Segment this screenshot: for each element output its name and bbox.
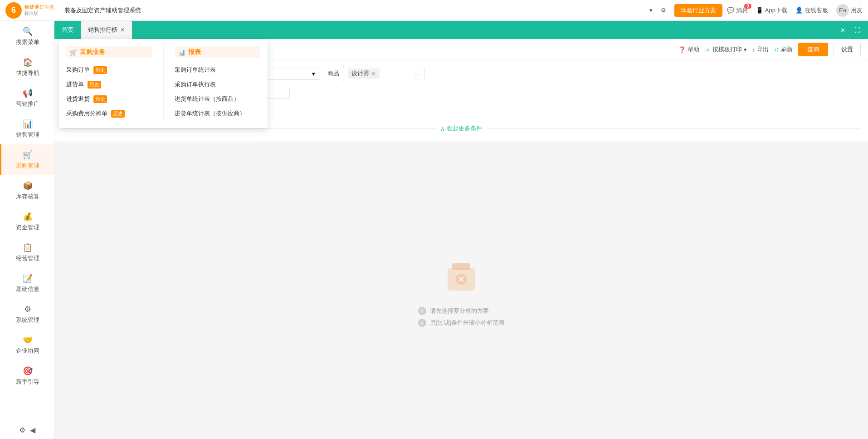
sidebar-label-sales: 销售管理 — [16, 131, 39, 139]
sidebar-collapse-btn[interactable]: ◀ — [30, 426, 35, 434]
app-download-btn[interactable]: 📱 App下载 — [756, 6, 787, 15]
stock-return-badge: 历史 — [93, 95, 107, 103]
sidebar-item-basic[interactable]: 📝 基础信息 — [0, 268, 54, 299]
menu-item-label-purchase-order-stat: 采购订单统计表 — [175, 66, 216, 74]
industry-btn[interactable]: 体验行业方案 — [674, 4, 722, 17]
finance-icon: 💰 — [23, 212, 33, 222]
guide-icon: 🎯 — [23, 366, 33, 376]
logo-icon: 6 — [5, 2, 22, 19]
menu-item-purchase-order[interactable]: 采购订单 历史 — [66, 63, 152, 77]
purchase-order-badge: 历史 — [93, 66, 107, 74]
report-menu-column: 📊 报表 采购订单统计表 采购订单执行表 进货单统计表（按商品） 进货单统计表（… — [175, 46, 261, 121]
goods-label: 商品 — [327, 69, 339, 78]
voucher-status-dropdown-icon: ▾ — [312, 70, 315, 77]
purchase-icon: 🛒 — [23, 150, 33, 160]
goods-tag-close-icon[interactable]: ✕ — [371, 70, 376, 77]
refresh-btn[interactable]: ↺ 刷新 — [774, 45, 793, 54]
avatar: Ea — [836, 4, 849, 17]
tip2-text: 用[过滤]条件来缩小分析范围 — [430, 319, 504, 327]
tab-close-icon[interactable]: ✕ — [120, 27, 125, 33]
refresh-label: 刷新 — [781, 45, 793, 54]
menu-item-label-purchase-order: 采购订单 — [66, 66, 90, 74]
purchase-menu-column: 🛒 采购业务 采购订单 历史 进货单 历史 进货退货 历史 采购费用分摊单 历史 — [66, 46, 152, 121]
help-icon: ❓ — [678, 46, 686, 53]
export-icon: ↑ — [752, 46, 756, 53]
export-btn[interactable]: ↑ 导出 — [752, 45, 769, 54]
sidebar: 🔍 搜索菜单 🏠 快捷导航 📢 营销推广 📊 销售管理 🛒 采购管理 📦 库存核… — [0, 21, 54, 439]
sidebar-item-finance[interactable]: 💰 资金管理 — [0, 206, 54, 237]
report-col-icon: 📊 — [178, 49, 185, 56]
empty-tips: ① 请先选择要分析的方案 ② 用[过滤]条件来缩小分析范围 — [418, 307, 504, 327]
menu-item-stock-in[interactable]: 进货单 历史 — [66, 77, 152, 92]
topbar-settings-icon[interactable]: ⚙ — [657, 4, 670, 17]
sidebar-label-purchase: 采购管理 — [16, 162, 39, 170]
menu-item-purchase-order-stat[interactable]: 采购订单统计表 — [175, 63, 261, 77]
menu-item-purchase-order-exec[interactable]: 采购订单执行表 — [175, 77, 261, 92]
report-col-header: 📊 报表 — [175, 46, 261, 58]
sidebar-item-purchase[interactable]: 🛒 采购管理 — [0, 144, 54, 175]
tab-home[interactable]: 首页 — [54, 21, 81, 39]
purchase-col-icon: 🛒 — [70, 49, 77, 56]
sidebar-item-guide[interactable]: 🎯 新手引导 — [0, 360, 54, 391]
logo-sub: 标准版 — [24, 10, 54, 17]
menu-item-stock-return[interactable]: 进货退货 历史 — [66, 92, 152, 106]
menu-item-label-stock-stat-goods: 进货单统计表（按商品） — [175, 95, 239, 103]
message-btn[interactable]: 💬 消息 9 — [727, 6, 748, 15]
sidebar-item-system[interactable]: ⚙ 系统管理 — [0, 299, 54, 330]
menu-item-stock-stat-goods[interactable]: 进货单统计表（按商品） — [175, 92, 261, 106]
goods-input[interactable]: 设计秀 ✕ ··· — [343, 66, 424, 81]
service-btn[interactable]: 👤 在线客服 — [795, 6, 828, 15]
goods-tag: 设计秀 ✕ — [348, 69, 380, 79]
export-label: 导出 — [757, 45, 769, 54]
menu-item-purchase-expense[interactable]: 采购费用分摊单 历史 — [66, 106, 152, 121]
topbar-dropdown[interactable]: ▾ — [649, 7, 653, 14]
help-btn[interactable]: ❓ 帮助 — [678, 45, 699, 54]
purchase-col-header: 🛒 采购业务 — [66, 46, 152, 58]
sidebar-item-quick[interactable]: 🏠 快捷导航 — [0, 52, 54, 83]
sidebar-label-marketing: 营销推广 — [16, 100, 39, 108]
menu-item-stock-stat-supplier[interactable]: 进货单统计表（按供应商） — [175, 106, 261, 121]
tab-expand-btn[interactable]: ⛶ — [851, 24, 863, 36]
empty-state: ① 请先选择要分析的方案 ② 用[过滤]条件来缩小分析范围 — [54, 142, 868, 439]
inventory-icon: 📦 — [23, 181, 33, 191]
user-btn[interactable]: Ea 用友 — [836, 4, 863, 17]
goods-dots[interactable]: ··· — [414, 70, 419, 77]
search-icon: 🔍 — [23, 26, 33, 36]
print-label: 按模板打印 — [712, 45, 742, 54]
dropdown-arrow-icon: ▾ — [649, 7, 653, 14]
sidebar-label-basic: 基础信息 — [16, 285, 39, 293]
tip1-num: ① — [418, 307, 426, 315]
tip1-text: 请先选择要分析的方案 — [430, 307, 489, 315]
sidebar-item-search[interactable]: 🔍 搜索菜单 — [0, 21, 54, 52]
sidebar-label-inventory: 库存核算 — [16, 192, 39, 201]
collapse-btn[interactable]: ∧ 收起更多条件 — [440, 121, 482, 136]
logo-text: 畅捷通好生意 — [24, 4, 54, 10]
sidebar-label-operation: 经营管理 — [16, 254, 39, 262]
tab-close-all-btn[interactable]: ✕ — [836, 24, 849, 36]
sidebar-item-inventory[interactable]: 📦 库存核算 — [0, 175, 54, 206]
settings-btn[interactable]: 设置 — [834, 43, 861, 56]
service-icon: 👤 — [795, 7, 803, 14]
tab-sales-rank[interactable]: 销售排行榜 ✕ — [81, 21, 132, 39]
query-btn[interactable]: 查询 — [798, 43, 828, 56]
filter-divider-left — [62, 128, 436, 129]
sidebar-bottom: ⚙ ◀ — [0, 421, 54, 439]
sidebar-item-sales[interactable]: 📊 销售管理 — [0, 113, 54, 144]
sidebar-item-operation[interactable]: 📋 经营管理 — [0, 237, 54, 268]
sidebar-settings-btn[interactable]: ⚙ — [19, 426, 25, 434]
basic-icon: 📝 — [23, 273, 33, 283]
sidebar-label-cooperation: 企业协同 — [16, 347, 39, 355]
stock-in-badge: 历史 — [88, 81, 101, 89]
purchase-col-title: 采购业务 — [80, 48, 105, 56]
collapse-label: 收起更多条件 — [447, 124, 482, 133]
sidebar-item-marketing[interactable]: 📢 营销推广 — [0, 83, 54, 113]
filter-divider-right — [487, 128, 861, 129]
sidebar-label-search: 搜索菜单 — [16, 38, 39, 46]
tab-sales-rank-label: 销售排行榜 — [88, 26, 117, 34]
menu-item-label-stock-stat-supplier: 进货单统计表（按供应商） — [175, 109, 245, 118]
print-btn[interactable]: 🖨 按模板打印 ▾ — [705, 45, 747, 54]
sidebar-item-cooperation[interactable]: 🤝 企业协同 — [0, 330, 54, 360]
help-label: 帮助 — [688, 45, 699, 54]
sidebar-label-finance: 资金管理 — [16, 223, 39, 232]
print-dropdown-icon: ▾ — [744, 46, 747, 53]
